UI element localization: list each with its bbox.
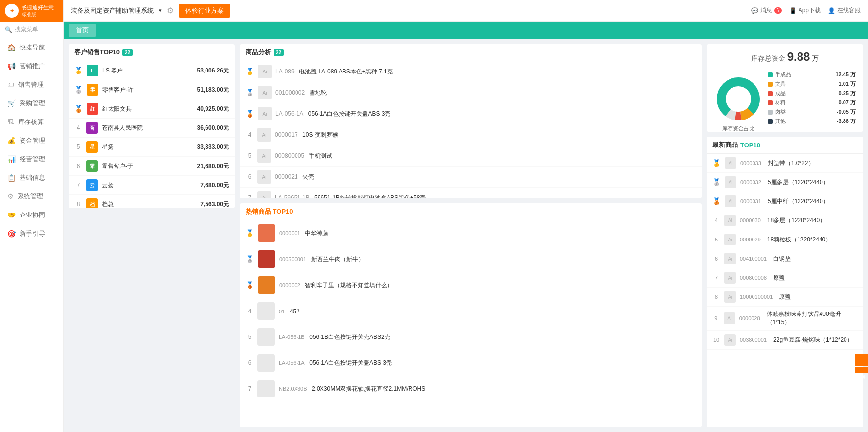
- customer-item[interactable]: 7 云 云扬 7,680.00元: [69, 176, 235, 195]
- sidebar-item-快捷导航[interactable]: 🏠快捷导航: [0, 38, 63, 57]
- product-analysis-badge: 22: [274, 49, 284, 56]
- customer-amount: 51,183.00元: [197, 86, 229, 94]
- hot-products-title: 热销商品 TOP10: [246, 207, 293, 216]
- product-item[interactable]: 6 Ai 0000021 夹壳: [240, 167, 702, 188]
- online-service-button[interactable]: 👤 在线客服: [828, 6, 861, 15]
- product-name: 59651-1B旋转投影灯电池盒ABS黑色+58壳: [314, 194, 426, 199]
- product-item[interactable]: 5 Ai 000800005 手机测试: [240, 145, 702, 167]
- newest-item[interactable]: 🥇 Ai 0000033 封边带（1.0*22）: [707, 154, 863, 173]
- message-icon: 💬: [751, 7, 758, 14]
- legend-name: 材料: [775, 99, 836, 106]
- customer-item[interactable]: 4 苔 苍南县人民医院 36,600.00元: [69, 119, 235, 138]
- product-item[interactable]: 🥇 Ai LA-089 电池盖 LA-089 ABS本色+黑种 7.1克: [240, 61, 702, 82]
- inventory-amount: 9.88: [787, 50, 810, 63]
- newest-products-top10: TOP10: [740, 142, 760, 149]
- product-code: 001000002: [275, 89, 305, 96]
- main-container: 装备及固定资产辅助管理系统 ▾ ⚙ 体验行业方案 💬 消息 6 📱 App下载 …: [64, 0, 868, 432]
- product-img: Ai: [258, 65, 272, 78]
- sidebar-item-库存核算[interactable]: 🏗库存核算: [0, 113, 63, 131]
- customer-item[interactable]: 🥈 零 零售客户-许 51,183.00元: [69, 80, 235, 99]
- topbar: 装备及固定资产辅助管理系统 ▾ ⚙ 体验行业方案 💬 消息 6 📱 App下载 …: [64, 0, 868, 22]
- hot-product-img: [258, 224, 275, 242]
- hot-product-code: LA-056-1A: [279, 360, 305, 366]
- newest-img: Ai: [724, 234, 736, 245]
- customer-name: 零售客户-于: [102, 162, 193, 170]
- sidebar-item-基础信息[interactable]: 📋基础信息: [0, 168, 63, 187]
- app-download-button[interactable]: 📱 App下载: [789, 6, 821, 15]
- product-item[interactable]: 🥈 Ai 001000002 雪地靴: [240, 82, 702, 103]
- newest-item[interactable]: 🥈 Ai 0000032 5厘多层（1220*2440）: [707, 173, 863, 192]
- customer-name: 档总: [102, 200, 196, 209]
- customer-name: 红太阳文具: [102, 105, 193, 113]
- legend-dot: [768, 72, 773, 77]
- newest-code: 003800001: [740, 337, 767, 343]
- hot-product-item[interactable]: 7 NB2.0X30B 2.0X30MM双摆花轴,摆花直径2.1MM/ROHS: [240, 376, 702, 397]
- sidebar-logo: ✦ 畅捷通好生意 标准版: [0, 0, 63, 22]
- legend-item: 其他 -3.86 万: [768, 118, 856, 125]
- cs-community-btn[interactable]: 服务社区: [855, 360, 868, 366]
- newest-item[interactable]: 8 Ai 10000100001 原盖: [707, 288, 863, 307]
- sidebar-item-营销推广[interactable]: 📢营销推广: [0, 57, 63, 75]
- product-name: 手机测试: [309, 152, 332, 159]
- newest-products-card: 最新商品 TOP10 🥇 Ai 0000033 封边带（1.0*22） 🥈 Ai…: [707, 137, 863, 427]
- hot-product-code: LA-056-1B: [279, 334, 305, 340]
- tab-home[interactable]: 首页: [69, 24, 96, 37]
- newest-item[interactable]: 10 Ai 003800001 22g鱼豆腐-烧烤味（1*12*20）: [707, 331, 863, 350]
- hot-product-item[interactable]: 🥉 0000002 智利车子里（规格不知道填什么）: [240, 272, 702, 298]
- cs-hotline-btn[interactable]: 客服热线: [855, 354, 868, 360]
- legend-dot: [768, 119, 773, 124]
- newest-item[interactable]: 7 Ai 000800008 原盖: [707, 268, 863, 288]
- customer-item[interactable]: 🥇 L LS 客户 53,006.26元: [69, 61, 235, 80]
- newest-item[interactable]: 5 Ai 0000029 18颗粒板（1220*2440）: [707, 230, 863, 249]
- customer-item[interactable]: 🥉 红 红太阳文具 40,925.00元: [69, 99, 235, 119]
- service-label: 在线客服: [837, 6, 861, 15]
- hot-product-code: 01: [279, 309, 285, 314]
- customers-top10-card: 客户销售TOP10 22 🥇 L LS 客户 53,006.26元 🥈 零 零售…: [69, 44, 235, 208]
- hot-product-img: [257, 328, 275, 346]
- hot-product-item[interactable]: 4 01 45#: [240, 298, 702, 324]
- product-item[interactable]: 4 Ai 0000017 10S 变刺罗猴: [240, 124, 702, 145]
- donut-chart: 库存资金占比: [714, 74, 763, 123]
- newest-item[interactable]: 4 Ai 0000030 18多层（1220*2440）: [707, 211, 863, 230]
- hot-product-item[interactable]: 🥇 0000001 中华神藤: [240, 220, 702, 246]
- customer-amount: 7,680.00元: [200, 181, 229, 190]
- customer-item[interactable]: 8 档 档总 7,563.00元: [69, 195, 235, 208]
- newest-item[interactable]: 🥉 Ai 0000031 5厘中纤（1220*2440）: [707, 192, 863, 211]
- cs-live-btn[interactable]: 直播: [855, 367, 868, 373]
- sidebar-item-采购管理[interactable]: 🛒采购管理: [0, 94, 63, 113]
- product-code: 000800005: [275, 152, 304, 159]
- trial-button[interactable]: 体验行业方案: [179, 4, 230, 18]
- sidebar-item-系统管理[interactable]: ⚙系统管理: [0, 187, 63, 206]
- sidebar-item-资金管理[interactable]: 💰资金管理: [0, 131, 63, 150]
- hot-product-item[interactable]: 🥈 000500001 新西兰牛肉（新牛）: [240, 246, 702, 272]
- customer-avatar: 档: [86, 198, 98, 208]
- customer-avatar: L: [87, 65, 98, 76]
- search-menu[interactable]: 🔍 搜索菜单: [0, 22, 63, 38]
- sidebar-item-销售管理[interactable]: 🏷销售管理: [0, 75, 63, 94]
- newest-name: 5厘多层（1220*2440）: [768, 178, 829, 187]
- product-item[interactable]: 🥉 Ai LA-056-1A 056-1A白色按键开关盖ABS 3壳: [240, 103, 702, 124]
- legend-name: 其他: [775, 118, 834, 125]
- customer-item[interactable]: 6 零 零售客户-于 21,680.00元: [69, 157, 235, 176]
- sidebar-item-经营管理[interactable]: 📊经营管理: [0, 150, 63, 168]
- legend-dot: [768, 91, 773, 96]
- newest-item[interactable]: 9 Ai 0000028 体减嘉枝味苏打饮品400毫升（1*15）: [707, 307, 863, 331]
- product-img: Ai: [257, 191, 271, 198]
- customer-item[interactable]: 5 星 星扬 33,333.00元: [69, 138, 235, 157]
- product-code: LA-089: [275, 68, 295, 75]
- hot-products-header: 热销商品 TOP10: [240, 203, 702, 220]
- hot-product-item[interactable]: 6 LA-056-1A 056-1A白色按键开关盖ABS 3壳: [240, 350, 702, 376]
- topbar-right: 💬 消息 6 📱 App下载 👤 在线客服: [751, 6, 861, 15]
- product-name: 夹壳: [302, 173, 314, 180]
- logo-title: 畅捷通好生意: [22, 4, 54, 11]
- newest-name: 原盖: [773, 274, 785, 282]
- product-item[interactable]: 7 Ai LA-59651-1B 59651-1B旋转投影灯电池盒ABS黑色+5…: [240, 188, 702, 198]
- hot-product-item[interactable]: 5 LA-056-1B 056-1B白色按键开关壳ABS2壳: [240, 324, 702, 350]
- sidebar-item-新手引导[interactable]: 🎯新手引导: [0, 224, 63, 243]
- customer-avatar: 苔: [86, 122, 98, 134]
- hot-product-name: 056-1B白色按键开关壳ABS2壳: [309, 334, 390, 340]
- messages-button[interactable]: 💬 消息 6: [751, 6, 782, 15]
- newest-item[interactable]: 6 Ai 004100001 白钢垫: [707, 249, 863, 268]
- settings-icon[interactable]: ⚙: [167, 6, 174, 15]
- sidebar-item-企业协同[interactable]: 🤝企业协同: [0, 206, 63, 224]
